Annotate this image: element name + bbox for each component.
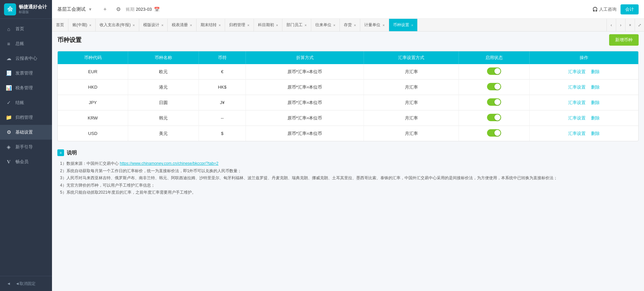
tab-subjectinit-close[interactable]: × bbox=[276, 23, 278, 27]
tab-contacts[interactable]: 往来单位 × bbox=[311, 19, 340, 32]
delete-link-0[interactable]: 删除 bbox=[591, 69, 600, 75]
cell-code-3: KRW bbox=[58, 110, 128, 126]
tab-archive-label: 归档管理 bbox=[229, 22, 245, 28]
currency-table-container: 币种代码 币种名称 币符 折算方式 汇率设置方式 启用状态 操作 EUR 欧元 … bbox=[57, 51, 639, 141]
tab-periodend-close[interactable]: × bbox=[219, 23, 221, 27]
table-header-row: 币种代码 币种名称 币符 折算方式 汇率设置方式 启用状态 操作 bbox=[58, 51, 638, 64]
tab-income-close[interactable]: × bbox=[132, 23, 135, 27]
delete-link-1[interactable]: 删除 bbox=[591, 84, 600, 90]
col-header-name: 币种名称 bbox=[128, 51, 199, 64]
sidebar-item-tax[interactable]: 📊 税务管理 bbox=[0, 81, 52, 95]
sidebar-item-basic-settings[interactable]: ⚙ 基础设置 bbox=[0, 125, 52, 140]
archive-icon: 📁 bbox=[5, 114, 12, 121]
tab-period-end[interactable]: 期末结转 × bbox=[197, 19, 225, 32]
tab-measure-close[interactable]: × bbox=[382, 23, 384, 27]
notes-link[interactable]: https://www.chinamoney.com.cn/chinese/bk… bbox=[120, 161, 218, 166]
logo-text-block: 畅捷通好会计 标题版 bbox=[19, 4, 47, 14]
cell-code-4: USD bbox=[58, 126, 128, 141]
toggle-track-1 bbox=[487, 83, 501, 90]
cell-symbol-1: HK$ bbox=[199, 80, 246, 95]
sidebar-unpin[interactable]: ◄ ◄取消固定 bbox=[0, 276, 52, 291]
toggle-2[interactable] bbox=[487, 98, 501, 106]
tab-tax-list[interactable]: 税表清册 × bbox=[168, 19, 196, 32]
period-label: 账期 bbox=[126, 6, 135, 12]
cell-status-4 bbox=[459, 126, 529, 141]
tab-expand-btn[interactable]: ⤢ bbox=[635, 19, 644, 32]
tab-archive[interactable]: 归档管理 × bbox=[225, 19, 254, 32]
toggle-3[interactable] bbox=[487, 114, 501, 121]
logo-icon: 会 bbox=[4, 3, 16, 15]
tab-currency-close[interactable]: × bbox=[411, 23, 413, 27]
tab-dept-staff[interactable]: 部门员工 × bbox=[282, 19, 311, 32]
sidebar-item-home[interactable]: ⌂ 首页 bbox=[0, 21, 52, 36]
workspace-name: 基层工会测试 bbox=[57, 6, 86, 12]
sidebar-item-member[interactable]: V 畅会员 bbox=[0, 154, 52, 169]
new-currency-button[interactable]: 新增币种 bbox=[609, 34, 639, 46]
header-actions: ＋ ⚙ bbox=[100, 5, 123, 14]
header-add-btn[interactable]: ＋ bbox=[100, 5, 110, 14]
rate-setting-link-4[interactable]: 汇率设置 bbox=[568, 131, 586, 137]
delete-link-4[interactable]: 删除 bbox=[591, 131, 600, 137]
cell-ratetype-4: 月汇率 bbox=[364, 126, 459, 141]
cell-name-0: 欧元 bbox=[128, 64, 199, 80]
sidebar-item-cloud-reports[interactable]: ☁ 云报表中心 bbox=[0, 51, 52, 66]
sidebar-item-gl-label: 总账 bbox=[15, 41, 24, 47]
tab-home[interactable]: 首页 bbox=[52, 19, 68, 32]
tab-income-label: 收入支出表(年报) bbox=[100, 22, 130, 28]
toggle-1[interactable] bbox=[487, 83, 501, 90]
table-row: HKD 港元 HK$ 原币*汇率=本位币 月汇率 汇率设置 删除 bbox=[58, 80, 638, 95]
sidebar-item-invoice[interactable]: 🧾 发票管理 bbox=[0, 66, 52, 81]
tab-taxlist-close[interactable]: × bbox=[190, 23, 192, 27]
sidebar-item-newbie[interactable]: ◈ 新手引导 bbox=[0, 140, 52, 154]
rate-setting-link-0[interactable]: 汇率设置 bbox=[568, 69, 586, 75]
cell-symbol-0: € bbox=[199, 64, 246, 80]
header-settings-btn[interactable]: ⚙ bbox=[114, 5, 123, 14]
workspace-dropdown-arrow[interactable]: ▼ bbox=[88, 7, 92, 12]
cell-name-2: 日圆 bbox=[128, 95, 199, 110]
sidebar-item-home-label: 首页 bbox=[15, 26, 24, 32]
tab-template-close[interactable]: × bbox=[161, 23, 163, 27]
tab-period[interactable]: 账(中期) × bbox=[68, 19, 96, 32]
cloud-icon: ☁ bbox=[5, 55, 12, 62]
tab-close-all-btn[interactable]: × bbox=[625, 19, 635, 32]
cell-status-3 bbox=[459, 110, 529, 126]
sidebar-item-general-ledger[interactable]: ≡ 总账 bbox=[0, 36, 52, 51]
support-link[interactable]: 🎧 人工咨询 bbox=[592, 6, 616, 12]
rate-setting-link-2[interactable]: 汇率设置 bbox=[568, 100, 586, 106]
tab-inventory-close[interactable]: × bbox=[354, 23, 356, 27]
sidebar-item-arc-label: 归档管理 bbox=[15, 114, 33, 120]
kuaiji-button[interactable]: 会计 bbox=[621, 4, 639, 14]
delete-link-3[interactable]: 删除 bbox=[591, 115, 600, 121]
toggle-0[interactable] bbox=[487, 67, 501, 75]
tab-period-close[interactable]: × bbox=[89, 23, 91, 27]
tab-currency[interactable]: 币种设置 × bbox=[389, 19, 418, 32]
tab-template[interactable]: 模版设计 × bbox=[139, 19, 168, 32]
toggle-4[interactable] bbox=[487, 129, 501, 137]
tab-measure[interactable]: 计量单位 × bbox=[360, 19, 389, 32]
rate-setting-link-3[interactable]: 汇率设置 bbox=[568, 115, 586, 121]
tab-deptstaff-close[interactable]: × bbox=[305, 23, 307, 27]
delete-link-2[interactable]: 删除 bbox=[591, 100, 600, 106]
home-icon: ⌂ bbox=[5, 26, 12, 32]
tab-subject-init[interactable]: 科目期初 × bbox=[254, 19, 282, 32]
page-title: 币种设置 bbox=[57, 36, 82, 44]
tab-archive-close[interactable]: × bbox=[247, 23, 249, 27]
cell-ratetype-1: 月汇率 bbox=[364, 80, 459, 95]
tab-taxlist-label: 税表清册 bbox=[172, 22, 188, 28]
sidebar-item-archive[interactable]: 📁 归档管理 bbox=[0, 110, 52, 125]
calendar-icon[interactable]: 📅 bbox=[154, 7, 160, 12]
note-item: 3）人民币对马来西亚林吉特、俄罗斯卢布、南非兰特、韩元、阿联酋迪拉姆、沙特里亚尔… bbox=[57, 175, 639, 182]
tab-inventory[interactable]: 存货 × bbox=[340, 19, 360, 32]
col-header-status: 启用状态 bbox=[459, 51, 529, 64]
tabbar-nav: ‹ › × ⤢ bbox=[606, 19, 644, 32]
sidebar-item-checkout[interactable]: ✓ 结账 bbox=[0, 95, 52, 110]
tab-income-report[interactable]: 收入支出表(年报) × bbox=[96, 19, 139, 32]
tab-prev-btn[interactable]: ‹ bbox=[606, 19, 616, 32]
col-header-symbol: 币符 bbox=[199, 51, 246, 64]
tab-contacts-close[interactable]: × bbox=[333, 23, 335, 27]
toggle-track-2 bbox=[487, 98, 501, 106]
rate-setting-link-1[interactable]: 汇率设置 bbox=[568, 84, 586, 90]
tax-icon: 📊 bbox=[5, 85, 12, 91]
tab-next-btn[interactable]: › bbox=[616, 19, 625, 32]
tabbar: 首页 账(中期) × 收入支出表(年报) × 模版设计 × 税表清册 × 期末结… bbox=[52, 19, 644, 32]
